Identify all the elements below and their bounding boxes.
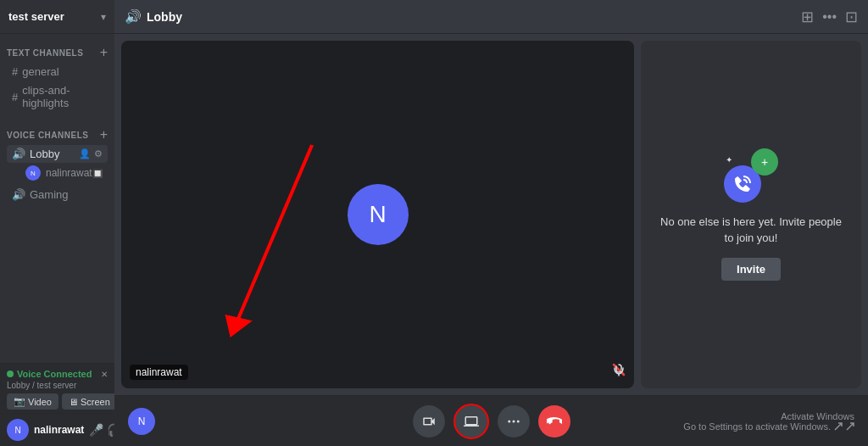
server-name: test server [8,10,64,23]
screen-share-container [453,404,489,439]
video-panel: N nalinrawat [121,41,634,388]
microphone-icon[interactable]: 🎤 [89,423,103,437]
user-plus-icon[interactable]: 👤 [79,148,91,159]
channel-speaker-icon: 🔊 [125,8,142,25]
speaker-icon-gaming: 🔊 [12,188,25,201]
screen-label: Screen [81,397,110,407]
text-channels-section: TEXT CHANNELS + # general # clips-and-hi… [0,34,114,116]
voice-connected-top: Voice Connected ✕ [7,369,108,379]
invite-button[interactable]: Invite [721,258,781,281]
main-content: 🔊 Lobby ⊞ ••• ⊡ N nalinrawat [114,0,868,446]
video-label: Video [28,397,52,407]
stream-icon: 🔲 [92,169,103,178]
user-name-in-lobby: nalinrawat [46,167,92,179]
svg-line-2 [235,145,312,327]
svg-point-5 [516,420,519,422]
invite-icon-container: ✦ ✦ + [724,148,778,203]
invite-text: No one else is here yet. Invite people t… [658,215,844,245]
svg-point-3 [508,420,510,422]
activate-windows-sub: Go to Settings to activate Windows. [683,421,831,432]
bottom-bar-left: N [128,408,155,435]
channel-name-clips: clips-and-highlights [22,84,103,109]
voice-channel-lobby[interactable]: 🔊 Lobby 👤 ⚙ [7,145,108,163]
avatar: N [7,419,29,441]
voice-channels-section: VOICE CHANNELS + 🔊 Lobby 👤 ⚙ N nalinrawa… [0,116,114,208]
external-link-icon [834,422,843,431]
settings-link-icon [846,422,854,431]
mute-icon [612,363,626,380]
voice-channels-header: VOICE CHANNELS + [7,128,108,142]
add-text-channel-button[interactable]: + [100,46,108,59]
voice-channel-name-gaming: Gaming [30,188,69,201]
text-channels-label: TEXT CHANNELS [7,48,83,58]
voice-channels-label: VOICE CHANNELS [7,131,88,140]
sparkle-icon-1: ✦ [726,155,732,164]
voice-area: N nalinrawat [114,34,868,395]
channel-name-general: general [22,65,58,78]
disconnect-voice-button[interactable]: ✕ [101,370,108,379]
user-in-lobby: N nalinrawat 🔲 [7,164,108,182]
voice-connected-location: Lobby / test server [7,381,108,390]
activate-windows-panel: Activate Windows Go to Settings to activ… [683,411,854,432]
channel-item-general[interactable]: # general [7,63,108,81]
video-button[interactable]: 📷 Video [7,393,58,410]
voice-connected-panel: Voice Connected ✕ Lobby / test server 📷 … [0,363,114,413]
speaker-icon-lobby: 🔊 [12,148,25,160]
voice-channel-gaming[interactable]: 🔊 Gaming [7,186,108,203]
add-voice-channel-button[interactable]: + [100,128,108,142]
screen-icon: 🖥 [69,397,78,407]
bottom-bar-controls [413,404,570,439]
hash-icon: # [12,65,18,78]
voice-connected-text: Voice Connected [17,369,92,379]
camera-toggle-button[interactable] [413,405,445,438]
avatar-bottom: N [128,408,155,435]
lobby-channel-actions: 👤 ⚙ [79,148,103,159]
minimize-icon[interactable]: ⊡ [845,8,858,26]
user-video: N [348,184,409,245]
screen-button[interactable]: 🖥 Screen [62,393,117,410]
screen-share-button[interactable] [453,404,489,439]
top-bar: 🔊 Lobby ⊞ ••• ⊡ [114,0,868,34]
top-bar-right: ⊞ ••• ⊡ [801,8,858,26]
video-username-label: nalinrawat [130,365,188,380]
video-icon: 📷 [14,396,25,407]
invite-panel: ✦ ✦ + No one else is here yet. Invite pe… [641,41,861,388]
settings-icon[interactable]: ⚙ [94,148,103,159]
voice-connected-buttons: 📷 Video 🖥 Screen [7,393,108,410]
chevron-down-icon: ▾ [101,11,106,23]
hash-icon-clips: # [12,91,18,103]
sidebar: test server ▾ TEXT CHANNELS + # general … [0,0,114,446]
channel-title: Lobby [147,10,182,24]
more-options-icon[interactable]: ••• [822,9,837,25]
activate-windows-title: Activate Windows [683,411,854,421]
invite-secondary-icon: + [751,148,778,176]
top-bar-left: 🔊 Lobby [125,8,182,25]
more-controls-button[interactable] [498,405,530,438]
bottom-bar: N [114,395,868,446]
grid-view-icon[interactable]: ⊞ [801,8,814,26]
voice-connected-status: Voice Connected [7,369,92,379]
app-container: test server ▾ TEXT CHANNELS + # general … [0,0,868,446]
user-panel: N nalinrawat 🎤 🎧 ⚙ [0,413,114,446]
text-channels-header: TEXT CHANNELS + [7,46,108,59]
user-avatar-large: N [348,184,409,245]
voice-channel-name-lobby: Lobby [30,148,79,160]
svg-point-4 [512,420,515,422]
activate-windows-link[interactable]: Go to Settings to activate Windows. [683,421,854,432]
channel-item-clips[interactable]: # clips-and-highlights [7,81,108,112]
disconnect-button[interactable] [538,405,570,438]
server-header[interactable]: test server ▾ [0,0,114,34]
voice-connected-indicator [7,371,14,377]
username: nalinrawat [34,424,84,436]
user-avatar-small: N [25,165,41,181]
